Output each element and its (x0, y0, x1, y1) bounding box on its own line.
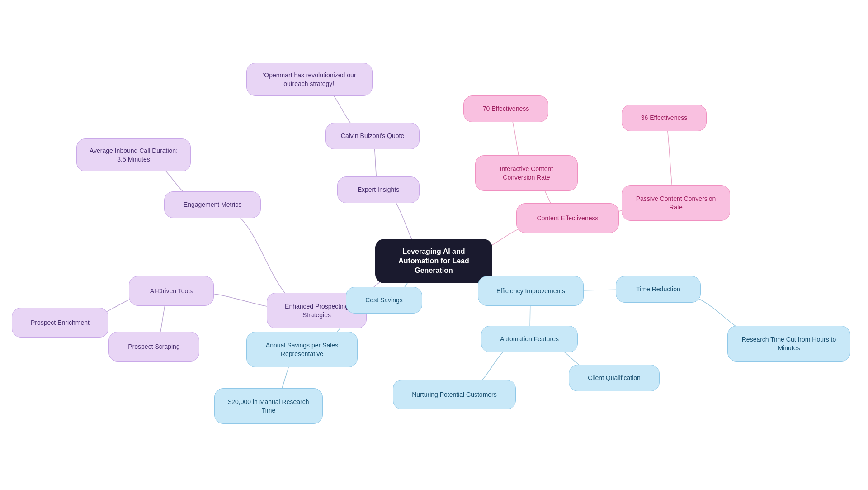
node-effectiveness36[interactable]: 36 Effectiveness (622, 105, 707, 131)
mind-map-container: Leveraging AI and Automation for Lead Ge… (0, 0, 868, 490)
node-interactiveContent[interactable]: Interactive Content Conversion Rate (475, 155, 578, 191)
node-clientQualification[interactable]: Client Qualification (569, 365, 660, 391)
node-manualResearch[interactable]: $20,000 in Manual Research Time (214, 388, 323, 424)
node-contentEffectiveness[interactable]: Content Effectiveness (516, 203, 619, 233)
node-timeReduction[interactable]: Time Reduction (616, 276, 701, 303)
node-costSavings[interactable]: Cost Savings (346, 287, 422, 314)
node-automationFeatures[interactable]: Automation Features (481, 326, 578, 352)
node-openmart[interactable]: 'Openmart has revolutionized our outreac… (246, 63, 373, 96)
node-effectiveness70[interactable]: 70 Effectiveness (463, 95, 548, 122)
node-annualSavings[interactable]: Annual Savings per Sales Representative (246, 332, 358, 367)
node-prospectScraping[interactable]: Prospect Scraping (108, 332, 199, 362)
node-avgCallDuration[interactable]: Average Inbound Call Duration: 3.5 Minut… (76, 138, 191, 171)
node-aiDrivenTools[interactable]: AI-Driven Tools (129, 276, 214, 306)
node-nurturingCustomers[interactable]: Nurturing Potential Customers (393, 380, 516, 409)
node-efficiencyImprovements[interactable]: Efficiency Improvements (478, 276, 584, 306)
node-center[interactable]: Leveraging AI and Automation for Lead Ge… (375, 239, 492, 283)
node-passiveContent[interactable]: Passive Content Conversion Rate (622, 185, 730, 221)
node-calvinBulzoni[interactable]: Calvin Bulzoni's Quote (326, 123, 420, 149)
node-prospectEnrichment[interactable]: Prospect Enrichment (12, 308, 108, 338)
node-expertInsights[interactable]: Expert Insights (337, 176, 420, 203)
node-engagementMetrics[interactable]: Engagement Metrics (164, 191, 261, 218)
node-researchTimeCut[interactable]: Research Time Cut from Hours to Minutes (727, 326, 850, 362)
